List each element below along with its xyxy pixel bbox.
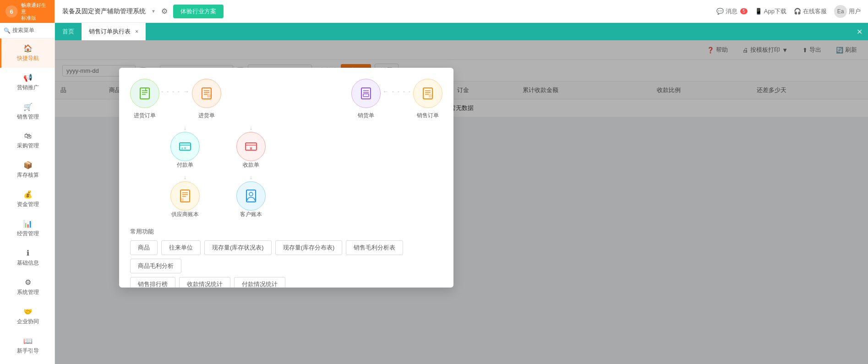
common-btn-stock-status[interactable]: 现存量(库存状况表) bbox=[204, 240, 272, 255]
supplier-ledger-flow: ↓ 供应商账本 bbox=[170, 173, 200, 218]
try-industry-button[interactable]: 体验行业方案 bbox=[173, 5, 224, 18]
enterprise-icon: 🤝 bbox=[23, 307, 33, 316]
customer-ledger-label: 客户账本 bbox=[240, 211, 262, 218]
receipt-bill-icon: ¥ bbox=[236, 132, 266, 161]
sidebar-label-inventory: 库存核算 bbox=[17, 171, 39, 179]
sidebar-item-finance[interactable]: 💰 资金管理 bbox=[0, 185, 55, 214]
sidebar-logo: 6 畅康通好生意 标准版 bbox=[0, 0, 55, 23]
common-functions-section: 常用功能 商品 往来单位 现存量(库存状况表) 现存量(库存分布表) 销售毛利分… bbox=[130, 228, 442, 288]
marketing-icon: 📢 bbox=[23, 73, 33, 82]
sidebar-search[interactable]: 🔍 搜索菜单 bbox=[0, 23, 55, 38]
common-btn-sales-profit[interactable]: 销售毛利分析表 bbox=[346, 240, 403, 255]
svg-point-10 bbox=[207, 94, 211, 98]
receipt-bill-label: 收款单 bbox=[243, 161, 259, 169]
common-btn-product-profit[interactable]: 商品毛利分析 bbox=[130, 259, 181, 273]
main-content: 装备及固定资产辅助管理系统 ▼ ⚙ 体验行业方案 💬 消息 5 📱 App下载 … bbox=[55, 0, 868, 364]
supplier-ledger-label: 供应商账本 bbox=[171, 211, 199, 218]
svg-point-33 bbox=[249, 192, 253, 196]
sales-icon: 🛒 bbox=[23, 103, 33, 111]
new-guide-icon: 📖 bbox=[23, 337, 33, 345]
tab-home-label: 首页 bbox=[62, 27, 74, 36]
search-icon: 🔍 bbox=[4, 27, 11, 34]
tab-sales-order[interactable]: 销售订单执行表 × bbox=[82, 23, 146, 40]
common-btn-product[interactable]: 商品 bbox=[130, 240, 158, 255]
common-btn-sales-rank[interactable]: 销售排行榜 bbox=[130, 277, 175, 288]
common-buttons-row1: 商品 往来单位 现存量(库存状况表) 现存量(库存分布表) 销售毛利分析表 商品… bbox=[130, 240, 442, 273]
settings-button[interactable]: ⚙ bbox=[161, 7, 168, 16]
modal-overlay[interactable]: 进货订单 - - - - → 进货单 bbox=[55, 40, 868, 364]
sales-bill-node[interactable]: 销货单 bbox=[351, 79, 381, 120]
search-label: 搜索菜单 bbox=[12, 27, 34, 34]
sidebar-item-enterprise[interactable]: 🤝 企业协同 bbox=[0, 302, 55, 331]
message-button[interactable]: 💬 消息 5 bbox=[716, 7, 748, 16]
close-all-tabs-button[interactable]: ✕ bbox=[857, 27, 863, 36]
purchase-bill-label: 进货单 bbox=[198, 112, 215, 120]
customer-ledger-icon[interactable] bbox=[236, 181, 266, 211]
online-service-button[interactable]: 🎧 在线客服 bbox=[794, 7, 827, 16]
sidebar-label-marketing: 营销推广 bbox=[17, 84, 39, 92]
purchase-order-label: 进货订单 bbox=[134, 112, 156, 120]
purchase-bill-node[interactable]: 进货单 bbox=[192, 79, 221, 120]
sidebar-item-inventory[interactable]: 📦 库存核算 bbox=[0, 155, 55, 185]
dropdown-arrow[interactable]: ▼ bbox=[151, 9, 156, 14]
svg-rect-2 bbox=[140, 88, 149, 99]
sidebar-item-quick-nav[interactable]: 🏠 快捷导航 bbox=[0, 38, 55, 68]
arrow-po-to-pb: - - - - → bbox=[159, 79, 192, 95]
sidebar-label-operation: 经营管理 bbox=[17, 230, 39, 238]
sidebar: 6 畅康通好生意 标准版 🔍 搜索菜单 🏠 快捷导航 📢 营销推广 🛒 销售管理… bbox=[0, 0, 55, 364]
common-btn-partner[interactable]: 往来单位 bbox=[161, 240, 201, 255]
sales-order-node[interactable]: 销售订单 bbox=[413, 79, 442, 120]
purchase-bill-icon bbox=[192, 79, 221, 108]
common-btn-payment-stats[interactable]: 付款情况统计 bbox=[234, 277, 285, 288]
app-download-label: App下载 bbox=[764, 7, 786, 16]
user-menu[interactable]: Ea 用户 bbox=[834, 5, 861, 18]
common-btn-stock-dist[interactable]: 现存量(库存分布表) bbox=[275, 240, 343, 255]
svg-rect-11 bbox=[361, 88, 371, 99]
svg-rect-31 bbox=[180, 198, 184, 201]
top-bar: 装备及固定资产辅助管理系统 ▼ ⚙ 体验行业方案 💬 消息 5 📱 App下载 … bbox=[55, 0, 868, 23]
message-label: 消息 bbox=[726, 7, 737, 16]
sidebar-item-basic-info[interactable]: ℹ 基础信息 bbox=[0, 243, 55, 272]
sales-bill-label: 销货单 bbox=[358, 112, 374, 120]
app-download-icon: 📱 bbox=[755, 8, 762, 15]
sales-order-icon bbox=[413, 79, 442, 108]
sidebar-label-basic-info: 基础信息 bbox=[17, 259, 39, 267]
supplier-ledger-icon[interactable] bbox=[170, 181, 200, 211]
app-download-button[interactable]: 📱 App下载 bbox=[755, 7, 786, 16]
payment-bill-label: 付款单 bbox=[177, 161, 193, 169]
sidebar-item-purchase[interactable]: 🛍 采购管理 bbox=[0, 126, 55, 155]
online-service-label: 在线客服 bbox=[803, 7, 827, 16]
common-btn-receipt-stats[interactable]: 收款情况统计 bbox=[179, 277, 230, 288]
down-arrow-payment: ↓ bbox=[184, 173, 187, 181]
sidebar-item-new-guide[interactable]: 📖 新手引导 bbox=[0, 331, 55, 360]
sidebar-label-enterprise: 企业协同 bbox=[17, 318, 39, 326]
quick-nav-modal: 进货订单 - - - - → 进货单 bbox=[119, 68, 453, 288]
sidebar-item-system[interactable]: ⚙ 系统管理 bbox=[0, 272, 55, 302]
purchase-order-node[interactable]: 进货订单 bbox=[130, 79, 159, 120]
arrow-so-to-sb: ← - - - - bbox=[381, 79, 413, 95]
svg-rect-19 bbox=[429, 94, 431, 98]
sidebar-item-sales[interactable]: 🛒 销售管理 bbox=[0, 97, 55, 126]
sidebar-label-quick-nav: 快捷导航 bbox=[17, 54, 39, 62]
top-bar-actions: 💬 消息 5 📱 App下载 🎧 在线客服 Ea 用户 bbox=[716, 5, 861, 18]
sidebar-label-new-guide: 新手引导 bbox=[17, 347, 39, 355]
user-name: 用户 bbox=[849, 7, 861, 16]
sales-bill-icon bbox=[351, 79, 381, 108]
payment-bill-icon: ¥ bbox=[170, 132, 200, 161]
sidebar-item-operation[interactable]: 📊 经营管理 bbox=[0, 214, 55, 243]
common-buttons-row2: 销售排行榜 收款情况统计 付款情况统计 bbox=[130, 277, 442, 288]
down-arrow-sb: ↓ bbox=[250, 123, 253, 132]
svg-text:6: 6 bbox=[10, 8, 13, 15]
tab-close-icon[interactable]: × bbox=[135, 28, 138, 35]
tab-home[interactable]: 首页 bbox=[55, 23, 82, 40]
down-arrow-pb: ↓ bbox=[184, 123, 187, 132]
tab-sales-order-label: 销售订单执行表 bbox=[89, 27, 131, 36]
inventory-icon: 📦 bbox=[23, 161, 33, 169]
svg-text:¥: ¥ bbox=[184, 146, 186, 150]
logo-icon: 6 bbox=[5, 4, 18, 19]
pb-to-payment-flow: ↓ ¥ 付款单 bbox=[170, 123, 200, 169]
message-icon: 💬 bbox=[716, 8, 724, 15]
sidebar-label-system: 系统管理 bbox=[17, 288, 39, 296]
finance-icon: 💰 bbox=[23, 190, 33, 199]
sidebar-item-marketing[interactable]: 📢 营销推广 bbox=[0, 68, 55, 97]
